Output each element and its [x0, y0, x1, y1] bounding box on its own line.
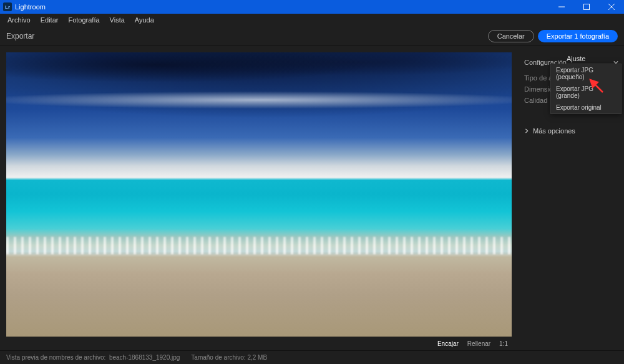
filename-preview-value: beach-1868133_1920.jpg	[109, 354, 180, 361]
preview-image[interactable]	[6, 52, 512, 337]
filesize-label: Tamaño de archivo:	[191, 354, 245, 361]
fit-toggle[interactable]: Encajar	[437, 340, 459, 347]
close-button[interactable]	[599, 0, 624, 14]
preset-option-small[interactable]: Exportar JPG (pequeño)	[551, 64, 621, 83]
menu-ayuda[interactable]: Ayuda	[130, 16, 159, 24]
cancel-button[interactable]: Cancelar	[488, 30, 534, 42]
more-options-row[interactable]: Más opciones	[518, 123, 624, 138]
content: Encajar Rellenar 1:1 Configuración Ajust…	[0, 46, 624, 350]
page-title: Exportar	[6, 32, 34, 41]
fill-toggle[interactable]: Rellenar	[467, 340, 490, 347]
menubar: Archivo Editar Fotografía Vista Ayuda	[0, 14, 624, 26]
statusbar: Vista previa de nombres de archivo: beac…	[0, 350, 624, 364]
export-button[interactable]: Exportar 1 fotografía	[538, 30, 618, 42]
preset-dropdown: Exportar JPG (pequeño) Exportar JPG (gra…	[550, 64, 622, 114]
maximize-button[interactable]	[574, 0, 599, 14]
chevron-right-icon	[524, 127, 529, 135]
ratio-toggle[interactable]: 1:1	[499, 340, 508, 347]
menu-vista[interactable]: Vista	[105, 16, 130, 24]
sidepanel: Configuración Ajuste preestablecido Tipo…	[518, 46, 624, 350]
preview-pane: Encajar Rellenar 1:1	[0, 46, 518, 350]
filesize-value: 2,2 MB	[247, 354, 267, 361]
menu-archivo[interactable]: Archivo	[2, 16, 36, 24]
preset-option-original[interactable]: Exportar original	[551, 102, 621, 113]
menu-editar[interactable]: Editar	[36, 16, 64, 24]
app-icon: Lr	[3, 2, 12, 11]
preset-option-large[interactable]: Exportar JPG (grande)	[551, 83, 621, 102]
titlebar: Lr Lightroom	[0, 0, 624, 14]
svg-rect-1	[584, 4, 590, 10]
preview-footer: Encajar Rellenar 1:1	[6, 337, 512, 350]
filename-preview-label: Vista previa de nombres de archivo:	[6, 354, 105, 361]
minimize-button[interactable]	[549, 0, 574, 14]
toolbar: Exportar Cancelar Exportar 1 fotografía	[0, 26, 624, 46]
window-title: Lightroom	[15, 3, 549, 11]
window-controls	[549, 0, 624, 14]
menu-fotografia[interactable]: Fotografía	[63, 16, 104, 24]
calidad-label: Calidad	[524, 97, 547, 104]
more-options-label: Más opciones	[533, 127, 575, 135]
